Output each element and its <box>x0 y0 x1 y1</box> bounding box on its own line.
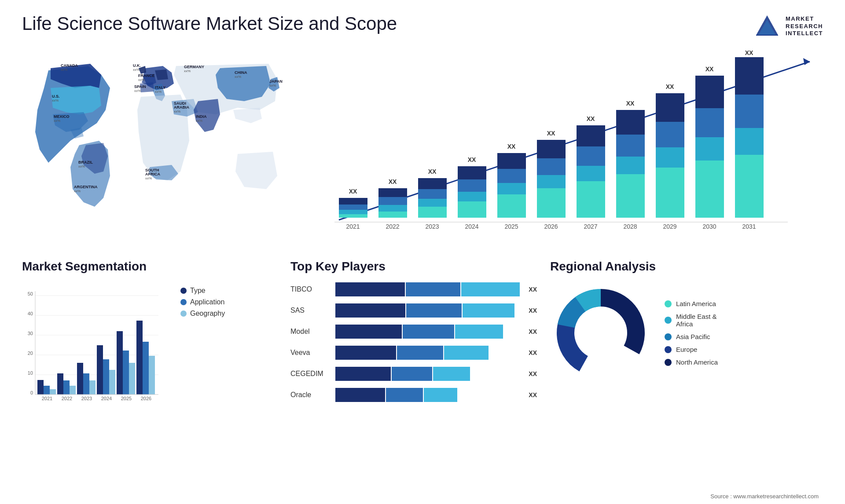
segmentation-chart: 0 10 20 30 40 50 60 <box>22 282 163 401</box>
svg-text:ARGENTINA: ARGENTINA <box>74 185 98 189</box>
bar-chart-section: XX XX XX XX XX <box>308 44 832 255</box>
svg-rect-57 <box>497 153 526 169</box>
svg-text:xx%: xx% <box>61 68 67 72</box>
svg-rect-121 <box>63 380 70 394</box>
legend-latin: Latin America <box>665 300 718 307</box>
svg-text:20: 20 <box>28 351 33 356</box>
svg-text:xx%: xx% <box>138 78 145 82</box>
svg-rect-88 <box>735 95 764 128</box>
svg-text:U.S.: U.S. <box>52 94 60 99</box>
svg-text:MEXICO: MEXICO <box>54 114 70 119</box>
svg-rect-120 <box>57 373 63 394</box>
svg-rect-49 <box>418 199 447 207</box>
player-name-tibco: TIBCO <box>290 285 330 293</box>
segmentation-legend: Type Application Geography <box>180 287 225 318</box>
svg-text:2031: 2031 <box>742 223 756 230</box>
svg-text:INDIA: INDIA <box>196 114 207 119</box>
svg-rect-42 <box>378 188 407 197</box>
svg-rect-125 <box>89 380 96 394</box>
player-val-sas: XX <box>529 307 537 314</box>
svg-rect-52 <box>458 166 486 179</box>
geography-dot <box>180 310 187 317</box>
svg-text:50: 50 <box>28 291 33 296</box>
svg-text:xx%: xx% <box>78 164 85 168</box>
player-name-veeva: Veeva <box>290 349 330 357</box>
player-name-sas: SAS <box>290 307 330 314</box>
svg-rect-134 <box>149 356 155 394</box>
player-bar-oracle <box>335 388 520 402</box>
legend-north-america: North America <box>665 358 718 366</box>
svg-rect-62 <box>537 140 566 158</box>
player-row-tibco: TIBCO XX <box>290 282 537 296</box>
svg-rect-126 <box>97 345 103 394</box>
svg-text:ITALY: ITALY <box>155 85 166 90</box>
europe-label: Europe <box>676 346 697 353</box>
svg-text:xx%: xx% <box>269 84 276 88</box>
svg-rect-89 <box>735 128 764 155</box>
bar-seg1 <box>335 346 396 360</box>
svg-rect-58 <box>497 169 526 183</box>
header: Life Science Software Market Size and Sc… <box>0 0 845 44</box>
bar-seg1 <box>335 367 391 381</box>
svg-rect-85 <box>695 161 724 218</box>
svg-text:2030: 2030 <box>702 223 716 230</box>
player-val-veeva: XX <box>529 349 537 356</box>
donut-chart <box>550 282 651 383</box>
player-val-cegedim: XX <box>529 370 537 377</box>
svg-rect-55 <box>458 201 486 218</box>
svg-text:xx%: xx% <box>184 69 191 73</box>
regional-title: Regional Analysis <box>550 259 823 274</box>
svg-text:40: 40 <box>28 311 33 316</box>
svg-rect-78 <box>656 122 684 147</box>
svg-rect-47 <box>418 178 447 189</box>
svg-text:AFRICA: AFRICA <box>145 172 160 176</box>
svg-text:2022: 2022 <box>386 223 399 230</box>
bar-seg2 <box>403 325 454 339</box>
svg-rect-118 <box>44 386 50 394</box>
svg-rect-129 <box>117 331 123 394</box>
svg-text:XX: XX <box>507 143 516 150</box>
svg-text:xx%: xx% <box>155 90 162 94</box>
bar-seg3 <box>463 303 514 318</box>
svg-rect-75 <box>616 174 645 218</box>
bar-seg1 <box>335 303 405 318</box>
legend-apac: Asia Pacific <box>665 333 718 340</box>
player-bar-sas <box>335 303 520 318</box>
player-val-tibco: XX <box>529 286 537 293</box>
legend-application: Application <box>180 298 225 306</box>
svg-rect-74 <box>616 157 645 174</box>
svg-rect-72 <box>616 110 645 135</box>
svg-text:CANADA: CANADA <box>61 63 78 68</box>
geography-label: Geography <box>190 310 225 318</box>
svg-rect-82 <box>695 76 724 108</box>
bottom-grid: Market Segmentation 0 10 20 30 40 50 60 <box>0 255 845 409</box>
svg-text:xx%: xx% <box>174 110 180 113</box>
player-bar-model <box>335 325 520 339</box>
svg-text:2025: 2025 <box>121 396 132 401</box>
svg-text:XX: XX <box>626 100 635 107</box>
svg-text:2023: 2023 <box>425 223 439 230</box>
mea-label: Middle East &Africa <box>676 313 717 328</box>
bar-seg3 <box>455 325 503 339</box>
svg-rect-45 <box>378 212 407 218</box>
svg-rect-119 <box>50 389 56 394</box>
svg-rect-70 <box>577 181 605 218</box>
svg-rect-90 <box>735 155 764 218</box>
bar-seg3 <box>433 367 470 381</box>
player-name-model: Model <box>290 328 330 336</box>
svg-text:GERMANY: GERMANY <box>184 65 204 69</box>
svg-text:CHINA: CHINA <box>235 70 247 75</box>
svg-rect-130 <box>123 351 129 394</box>
svg-rect-67 <box>577 125 605 146</box>
bar-seg2 <box>386 388 423 402</box>
bar-seg1 <box>335 325 402 339</box>
application-dot <box>180 299 187 305</box>
bar-seg2 <box>406 303 462 318</box>
svg-rect-50 <box>418 207 447 218</box>
svg-text:2026: 2026 <box>544 223 558 230</box>
svg-text:XX: XX <box>745 49 753 56</box>
legend-geography: Geography <box>180 310 225 318</box>
svg-rect-69 <box>577 166 605 181</box>
type-dot <box>180 288 187 294</box>
player-bar-veeva <box>335 346 520 360</box>
